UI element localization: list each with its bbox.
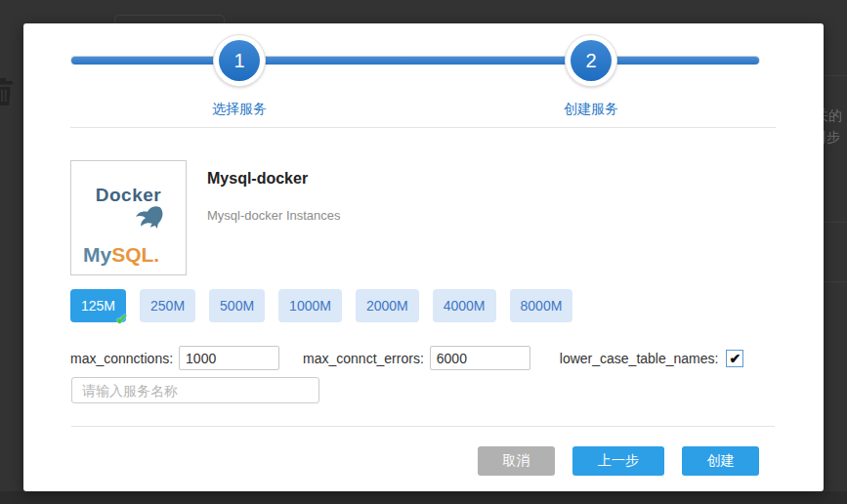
mysql-wordmark: MySQL.	[83, 243, 159, 267]
memory-option-8000m[interactable]: 8000M	[510, 289, 573, 322]
wizard-step-2[interactable]: 2	[565, 34, 617, 87]
memory-option-label: 500M	[220, 298, 254, 314]
service-name-input[interactable]	[71, 377, 319, 403]
memory-option-1000m[interactable]: 1000M	[278, 289, 342, 322]
cancel-button[interactable]: 取消	[478, 446, 555, 476]
lower-case-table-names-checkbox[interactable]: ✔	[726, 350, 743, 367]
selected-check-icon: ✔	[115, 311, 128, 328]
memory-option-2000m[interactable]: 2000M	[356, 289, 419, 322]
backdrop-divider	[824, 222, 847, 223]
header-divider	[70, 127, 776, 128]
step-1-circle: 1	[219, 40, 260, 81]
memory-option-label: 250M	[150, 298, 185, 314]
max-connct-errors-label: max_connct_errors:	[303, 351, 424, 366]
backdrop-divider	[824, 281, 847, 282]
memory-option-500m[interactable]: 500M	[209, 289, 265, 322]
memory-option-4000m[interactable]: 4000M	[433, 289, 496, 322]
service-title: Mysql-docker	[207, 170, 308, 188]
memory-option-label: 1000M	[289, 298, 331, 314]
step-1-label: 选择服务	[181, 101, 298, 118]
max-connctions-input[interactable]	[179, 346, 279, 370]
max-connct-errors-input[interactable]	[430, 346, 530, 370]
wizard-progress-fill	[71, 57, 759, 64]
backdrop-bottom-strip	[0, 491, 847, 504]
mysql-dolphin-icon	[133, 204, 168, 237]
wizard-step-1[interactable]: 1	[213, 34, 266, 87]
memory-option-label: 2000M	[366, 298, 408, 314]
memory-option-250m[interactable]: 250M	[140, 289, 195, 322]
lower-case-table-names-label: lower_case_table_names:	[560, 351, 719, 366]
footer-divider	[71, 426, 775, 427]
step-2-circle: 2	[571, 40, 612, 81]
wizard-progress-track	[70, 56, 760, 65]
memory-options: 125M✔250M500M1000M2000M4000M8000M	[70, 289, 572, 322]
create-button[interactable]: 创建	[682, 446, 759, 476]
service-logo: Docker MySQL.	[70, 160, 187, 275]
create-service-dialog: 1 2 选择服务 创建服务 Docker MySQL. Mysql-docker…	[23, 23, 824, 491]
previous-step-button[interactable]: 上一步	[572, 446, 664, 476]
service-subtitle: Mysql-docker Instances	[207, 208, 341, 223]
footer-actions: 取消 上一步 创建	[478, 446, 759, 476]
checkmark-icon: ✔	[730, 352, 741, 365]
memory-option-label: 8000M	[521, 298, 563, 314]
memory-option-label: 4000M	[444, 298, 486, 314]
memory-option-125m[interactable]: 125M✔	[70, 289, 126, 322]
step-2-label: 创建服务	[532, 101, 650, 118]
trash-icon	[0, 78, 15, 105]
memory-option-label: 125M	[81, 298, 115, 314]
service-params: max_connctions: max_connct_errors: lower…	[70, 346, 743, 370]
max-connctions-label: max_connctions:	[70, 351, 173, 366]
docker-wordmark: Docker	[71, 185, 186, 206]
backdrop-divider	[824, 75, 847, 76]
